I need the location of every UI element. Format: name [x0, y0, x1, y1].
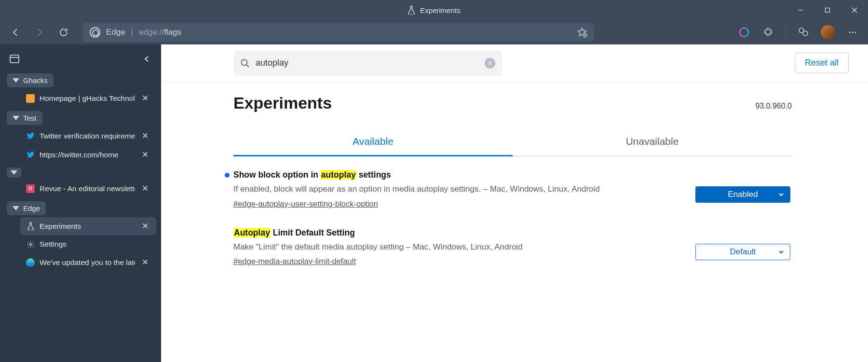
- svg-rect-13: [10, 55, 19, 63]
- chevron-down-icon: [13, 116, 19, 120]
- flag-select-value: Default: [730, 247, 756, 257]
- reset-all-button[interactable]: Reset all: [795, 53, 849, 73]
- chevron-down-icon: [778, 249, 784, 255]
- addr-edge-label: Edge: [106, 28, 125, 37]
- chevron-down-icon: [13, 78, 19, 83]
- edge-logo-icon: [90, 27, 100, 38]
- address-bar[interactable]: Edge | edge://flags: [83, 23, 594, 42]
- page-content: ✕ Reset all Experiments 93.0.960.0 Avail…: [161, 44, 868, 362]
- profile-avatar[interactable]: [821, 25, 835, 40]
- tab-label: Settings: [40, 240, 150, 249]
- flask-icon: [407, 6, 415, 14]
- close-tab-button[interactable]: ✕: [140, 221, 150, 231]
- toolbar-separator: [786, 27, 786, 38]
- sidebar-tab[interactable]: Homepage | gHacks Technology News✕: [20, 89, 156, 107]
- sidebar-tab[interactable]: Settings: [20, 236, 156, 252]
- addr-separator: |: [131, 28, 133, 37]
- sidebar-tab[interactable]: We've updated you to the latest✕: [20, 253, 156, 271]
- addr-url-path: flags: [164, 28, 181, 37]
- tab-label: Homepage | gHacks Technology News: [40, 94, 135, 103]
- tab-group[interactable]: Ghacks: [7, 73, 54, 87]
- tab-label: Revue - An editorial newsletter: [40, 184, 135, 193]
- flag-anchor[interactable]: #edge-autoplay-user-setting-block-option: [233, 199, 378, 209]
- svg-point-16: [242, 59, 247, 65]
- close-tab-button[interactable]: ✕: [140, 257, 150, 267]
- search-icon: [240, 58, 250, 68]
- flag-row: Show block option in autoplay settingsIf…: [233, 156, 792, 214]
- window-titlebar: Experiments: [0, 0, 868, 20]
- minimize-button[interactable]: [787, 0, 814, 20]
- browser-toolbar: Edge | edge://flags: [0, 20, 868, 44]
- svg-line-17: [246, 65, 249, 67]
- group-label: Test: [23, 114, 37, 122]
- tab-label: Twitter verification requirements: [40, 132, 135, 140]
- clear-search-button[interactable]: ✕: [485, 58, 495, 69]
- svg-point-9: [803, 31, 808, 36]
- search-input[interactable]: [256, 58, 479, 68]
- tab-available[interactable]: Available: [233, 129, 513, 156]
- flag-tabs: Available Unavailable: [233, 129, 792, 156]
- flag-description: Make "Limit" the default media autoplay …: [233, 241, 681, 253]
- performance-icon[interactable]: [797, 26, 810, 39]
- tab-label: We've updated you to the latest: [40, 258, 135, 267]
- close-tab-button[interactable]: ✕: [140, 131, 150, 141]
- svg-point-15: [29, 243, 31, 245]
- svg-point-12: [854, 31, 856, 33]
- window-title: Experiments: [420, 6, 460, 14]
- tab-unavailable[interactable]: Unavailable: [513, 129, 792, 156]
- refresh-button[interactable]: [54, 23, 73, 42]
- flag-select[interactable]: Default: [695, 244, 790, 260]
- extension-icon-1[interactable]: [737, 26, 751, 39]
- tab-label: https://twitter.com/home: [40, 151, 135, 159]
- flag-anchor[interactable]: #edge-media-autoplay-limit-default: [233, 257, 356, 266]
- group-label: Ghacks: [23, 76, 48, 84]
- chevron-down-icon: [11, 170, 17, 175]
- flag-description: If enabled, block will appear as an opti…: [233, 183, 681, 195]
- tab-label: Experiments: [40, 222, 135, 231]
- tab-group[interactable]: Edge: [7, 201, 46, 215]
- flag-title: Show block option in autoplay settings: [233, 170, 681, 180]
- addr-url-scheme: edge://: [139, 28, 164, 37]
- sidebar-tab[interactable]: Experiments✕: [20, 217, 156, 235]
- close-tab-button[interactable]: ✕: [140, 183, 150, 194]
- sidebar-tab[interactable]: Twitter verification requirements✕: [20, 127, 156, 145]
- svg-point-7: [740, 28, 748, 37]
- svg-rect-1: [826, 8, 830, 13]
- close-tab-button[interactable]: ✕: [140, 150, 150, 160]
- chevron-down-icon: [13, 206, 19, 210]
- close-button[interactable]: [841, 0, 868, 20]
- maximize-button[interactable]: [814, 0, 841, 20]
- more-icon[interactable]: [846, 26, 859, 39]
- page-title: Experiments: [233, 94, 332, 112]
- flag-row: Autoplay Limit Default SettingMake "Limi…: [233, 214, 792, 272]
- modified-dot-icon: [225, 173, 230, 178]
- extensions-icon[interactable]: [761, 26, 775, 39]
- tab-group[interactable]: Test: [7, 111, 42, 125]
- forward-button[interactable]: [30, 23, 49, 42]
- search-box[interactable]: ✕: [233, 51, 502, 76]
- back-button[interactable]: [6, 23, 25, 42]
- tab-group[interactable]: [7, 167, 21, 178]
- flag-select-value: Enabled: [728, 190, 758, 199]
- version-label: 93.0.960.0: [755, 102, 792, 111]
- svg-point-10: [849, 31, 850, 33]
- close-tab-button[interactable]: ✕: [140, 93, 150, 103]
- group-label: Edge: [23, 204, 40, 212]
- favorite-icon[interactable]: [577, 27, 587, 38]
- collapse-sidebar-button[interactable]: [139, 51, 154, 67]
- tabs-panel-icon[interactable]: [7, 51, 22, 67]
- sidebar-tab[interactable]: RRevue - An editorial newsletter✕: [20, 180, 156, 197]
- sidebar-tab[interactable]: https://twitter.com/home✕: [20, 146, 156, 164]
- vertical-tabs-sidebar: GhacksHomepage | gHacks Technology News✕…: [0, 44, 161, 362]
- flag-title: Autoplay Limit Default Setting: [233, 228, 681, 238]
- flag-select[interactable]: Enabled: [695, 186, 790, 203]
- svg-point-11: [852, 31, 853, 33]
- chevron-down-icon: [778, 192, 784, 197]
